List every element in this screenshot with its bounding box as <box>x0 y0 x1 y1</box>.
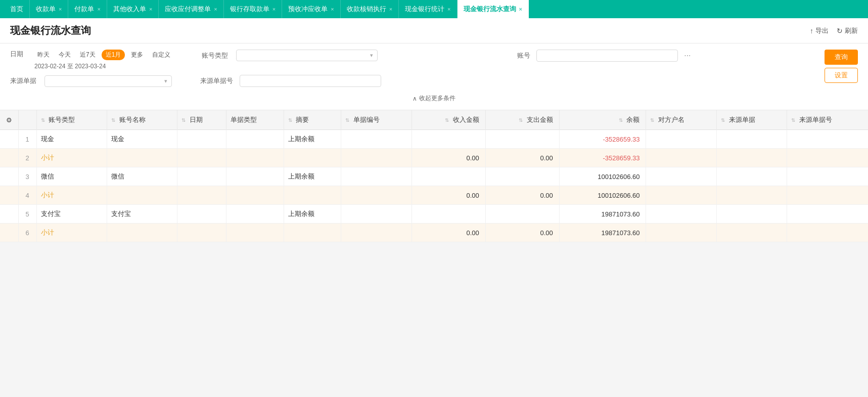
close-icon[interactable]: × <box>59 6 62 12</box>
col-summary[interactable]: ⇅ 摘要 <box>284 110 341 130</box>
source-doc-num-input[interactable] <box>240 75 381 87</box>
cell-account-name <box>107 224 177 242</box>
nav-item-receipt[interactable]: 收款单 × <box>30 0 68 18</box>
close-icon[interactable]: × <box>447 6 450 12</box>
date-opt-7days[interactable]: 近7天 <box>77 50 99 60</box>
col-source-doc-num[interactable]: ⇅ 来源单据号 <box>787 110 868 130</box>
export-button[interactable]: ↑ 导出 <box>810 26 829 35</box>
refresh-button[interactable]: ↻ 刷新 <box>837 26 858 35</box>
sort-icon: ⇅ <box>111 117 115 123</box>
close-icon[interactable]: × <box>389 6 392 12</box>
cell-expense: 0.00 <box>485 186 559 205</box>
nav-item-cash-bank-stat[interactable]: 现金银行统计 × <box>399 0 457 18</box>
export-icon: ↑ <box>810 27 813 35</box>
cell-source-doc <box>716 149 787 167</box>
cell-source-doc <box>716 130 787 149</box>
cell-balance: -3528659.33 <box>559 149 646 167</box>
date-opt-1month[interactable]: 近1月 <box>102 50 125 60</box>
cell-counterpart <box>646 167 716 186</box>
cell-date <box>177 186 226 205</box>
cell-source-doc-num <box>787 149 868 167</box>
col-counterpart[interactable]: ⇅ 对方户名 <box>646 110 716 130</box>
row-gear-cell <box>0 130 18 149</box>
source-doc-num-label: 来源单据号 <box>200 76 236 85</box>
cell-date <box>177 130 226 149</box>
cell-account-type: 支付宝 <box>36 205 107 224</box>
cell-income <box>412 167 485 186</box>
date-opt-yesterday[interactable]: 昨天 <box>34 50 53 60</box>
cell-counterpart <box>646 224 716 242</box>
cell-counterpart <box>646 205 716 224</box>
nav-item-payment[interactable]: 付款单 × <box>68 0 107 18</box>
sort-icon: ⇅ <box>288 117 292 123</box>
nav-item-ar-ap-adjust[interactable]: 应收应付调整单 × <box>159 0 223 18</box>
account-label: 账号 <box>517 51 532 60</box>
cell-doc-type <box>226 149 284 167</box>
table-row: 3微信微信上期余额100102606.60 <box>0 167 868 186</box>
page-title: 现金银行流水查询 <box>10 24 91 37</box>
sort-icon: ⇅ <box>721 117 725 123</box>
close-icon[interactable]: × <box>272 6 276 12</box>
collapse-bar[interactable]: ∧ 收起更多条件 <box>10 91 858 104</box>
account-type-label: 账号类型 <box>202 51 232 60</box>
cell-source-doc <box>716 186 787 205</box>
more-dots-icon[interactable]: ··· <box>684 51 691 60</box>
close-icon[interactable]: × <box>214 6 217 12</box>
cell-balance: -3528659.33 <box>559 130 646 149</box>
cell-account-name: 微信 <box>107 167 177 186</box>
col-account-type[interactable]: ⇅ 账号类型 <box>36 110 107 130</box>
cell-doc-type <box>226 224 284 242</box>
cell-expense <box>485 130 559 149</box>
row-number: 5 <box>18 205 36 224</box>
cell-doc-num <box>341 224 412 242</box>
col-income[interactable]: ⇅ 收入金额 <box>412 110 485 130</box>
cell-doc-num <box>341 167 412 186</box>
nav-home[interactable]: 首页 <box>4 0 30 18</box>
account-type-select[interactable]: ▾ <box>236 50 378 61</box>
cell-doc-type <box>226 205 284 224</box>
table-row: 5支付宝支付宝上期余额19871073.60 <box>0 205 868 224</box>
close-icon[interactable]: × <box>97 6 100 12</box>
col-date[interactable]: ⇅ 日期 <box>177 110 226 130</box>
nav-item-prepayment[interactable]: 预收冲应收单 × <box>282 0 340 18</box>
col-balance[interactable]: ⇅ 余额 <box>559 110 646 130</box>
cell-counterpart <box>646 186 716 205</box>
subtotal-label: 小计 <box>41 154 54 161</box>
nav-item-cash-bank-flow[interactable]: 现金银行流水查询 × <box>458 0 529 18</box>
date-opt-today[interactable]: 今天 <box>56 50 74 60</box>
setting-button[interactable]: 设置 <box>825 68 858 83</box>
cell-source-doc-num <box>787 186 868 205</box>
nav-item-other-income[interactable]: 其他收入单 × <box>107 0 159 18</box>
date-opt-custom[interactable]: 自定义 <box>149 50 173 60</box>
close-icon[interactable]: × <box>331 6 334 12</box>
top-nav: 首页 收款单 × 付款单 × 其他收入单 × 应收应付调整单 × 银行存取款单 … <box>0 0 868 18</box>
cell-expense <box>485 205 559 224</box>
nav-item-bank-deposit[interactable]: 银行存取款单 × <box>224 0 282 18</box>
col-account-name[interactable]: ⇅ 账号名称 <box>107 110 177 130</box>
sort-icon: ⇅ <box>41 117 45 123</box>
cell-income: 0.00 <box>412 149 485 167</box>
filter-action-buttons: 查询 设置 <box>825 50 858 83</box>
cell-summary <box>284 149 341 167</box>
date-options: 昨天 今天 近7天 近1月 更多 自定义 <box>34 50 173 60</box>
col-doc-num[interactable]: ⇅ 单据编号 <box>341 110 412 130</box>
cell-source-doc <box>716 205 787 224</box>
row-gear-cell <box>0 167 18 186</box>
cell-balance: 100102606.60 <box>559 186 646 205</box>
date-opt-more[interactable]: 更多 <box>128 50 146 60</box>
account-input[interactable] <box>536 50 678 62</box>
col-source-doc[interactable]: ⇅ 来源单据 <box>716 110 787 130</box>
cell-source-doc-num <box>787 130 868 149</box>
nav-item-receipt-verify[interactable]: 收款核销执行 × <box>341 0 399 18</box>
table-row: 6小计0.000.0019871073.60 <box>0 224 868 242</box>
close-icon[interactable]: × <box>149 6 152 12</box>
source-doc-select[interactable]: ▾ <box>44 75 172 87</box>
cell-date <box>177 149 226 167</box>
cell-counterpart <box>646 130 716 149</box>
col-expense[interactable]: ⇅ 支出金额 <box>485 110 559 130</box>
query-button[interactable]: 查询 <box>825 50 858 65</box>
sort-icon: ⇅ <box>445 117 449 123</box>
close-icon[interactable]: × <box>519 6 522 12</box>
gear-icon[interactable]: ⚙ <box>6 116 12 124</box>
cell-source-doc-num <box>787 205 868 224</box>
